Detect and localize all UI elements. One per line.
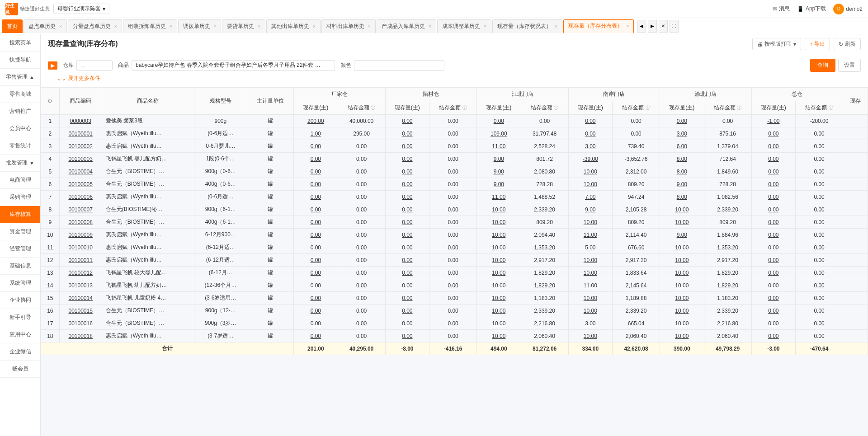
table-wrapper[interactable]: ⚙ 商品编码 商品名称 规格型号 主计量单位 厂家仓 陌村仓 江北门店 南岸门店… (41, 87, 868, 355)
row-c2-qty[interactable]: 0.00 (385, 305, 429, 317)
row-c4-qty[interactable]: 9.00 (568, 203, 613, 216)
row-code[interactable]: 00100015 (59, 305, 102, 317)
row-c5-qty[interactable]: 10.00 (660, 254, 704, 267)
row-c4-qty[interactable]: 10.00 (568, 330, 613, 342)
row-c4-qty[interactable]: 10.00 (568, 254, 613, 267)
row-c3-qty[interactable]: 9.00 (477, 153, 521, 165)
row-c5-qty[interactable]: 0.00 (660, 115, 704, 127)
tab-cost-adj[interactable]: 成本调整单历史 × (437, 19, 491, 33)
row-c1-qty[interactable]: 0.00 (294, 292, 338, 305)
row-c2-qty[interactable]: 0.00 (385, 140, 429, 153)
tab-close-icon[interactable]: × (258, 24, 260, 29)
row-c3-qty[interactable]: 9.00 (477, 165, 521, 178)
row-c1-qty[interactable]: 200.00 (294, 115, 338, 127)
tab-prev-btn[interactable]: ◀ (637, 20, 646, 33)
sidebar-item-purchase[interactable]: 采购管理 (0, 189, 40, 206)
row-c3-qty[interactable]: 10.00 (477, 203, 521, 216)
tab-other-out[interactable]: 其他出库单历史 × (266, 19, 321, 33)
row-code[interactable]: 00100016 (59, 317, 102, 330)
row-t-qty[interactable]: 0.00 (751, 267, 796, 279)
row-code[interactable]: 00100013 (59, 279, 102, 292)
row-c5-qty[interactable]: 10.00 (660, 292, 704, 305)
row-c5-qty[interactable]: 10.00 (660, 317, 704, 330)
color-input[interactable] (354, 60, 444, 71)
tab-close-icon[interactable]: × (313, 24, 316, 29)
row-c1-qty[interactable]: 0.00 (294, 140, 338, 153)
row-c1-qty[interactable]: 0.00 (294, 216, 338, 229)
row-c1-qty[interactable]: 0.00 (294, 305, 338, 317)
row-c1-qty[interactable]: 0.00 (294, 279, 338, 292)
print-button[interactable]: 🖨 按模版打印 ▾ (752, 38, 801, 50)
refresh-button[interactable]: ↻ 刷新 (834, 38, 861, 50)
sidebar-item-wholesale[interactable]: 批发管理 ▼ (0, 155, 40, 172)
row-t-qty[interactable]: 0.00 (751, 229, 796, 241)
row-c1-qty[interactable]: 0.00 (294, 241, 338, 254)
tab-product-in[interactable]: 产成品入库单历史 × (377, 19, 436, 33)
tab-assembly[interactable]: 组装拆卸单历史 × (123, 19, 177, 33)
row-c2-qty[interactable]: 0.00 (385, 165, 429, 178)
tab-inventory-check[interactable]: 盘点单历史 × (24, 19, 67, 33)
row-code[interactable]: 00100012 (59, 267, 102, 279)
sidebar-item-vip[interactable]: 畅会员 (0, 361, 40, 378)
row-c2-qty[interactable]: 0.00 (385, 317, 429, 330)
row-c4-qty[interactable]: 10.00 (568, 178, 613, 191)
tab-stock-dist[interactable]: 现存量（库存分布表） × (563, 19, 634, 33)
row-c1-qty[interactable]: 1.00 (294, 127, 338, 140)
row-c4-qty[interactable]: 11.00 (568, 279, 613, 292)
tab-material-out[interactable]: 材料出库单历史 × (321, 19, 376, 33)
row-t-qty[interactable]: 0.00 (751, 330, 796, 342)
sidebar-item-ops[interactable]: 经营管理 (0, 240, 40, 258)
row-c3-qty[interactable]: 10.00 (477, 254, 521, 267)
row-t-qty[interactable]: 0.00 (751, 203, 796, 216)
row-c4-qty[interactable]: 3.00 (568, 140, 613, 153)
row-c1-qty[interactable]: 0.00 (294, 229, 338, 241)
row-code[interactable]: 00100007 (59, 203, 102, 216)
settings-button[interactable]: 设置 (838, 59, 861, 72)
row-t-qty[interactable]: -1.00 (751, 115, 796, 127)
row-c2-qty[interactable]: 0.00 (385, 292, 429, 305)
row-c1-qty[interactable]: 0.00 (294, 165, 338, 178)
row-c4-qty[interactable]: 5.00 (568, 241, 613, 254)
row-c4-qty[interactable]: -39.00 (568, 153, 613, 165)
row-c1-qty[interactable]: 0.00 (294, 254, 338, 267)
row-t-qty[interactable]: 0.00 (751, 317, 796, 330)
row-c5-qty[interactable]: 9.00 (660, 178, 704, 191)
message-link[interactable]: ✉ 消息 (773, 5, 790, 13)
tab-close-icon[interactable]: × (214, 24, 217, 29)
tab-close-icon[interactable]: × (484, 24, 486, 29)
row-t-qty[interactable]: 0.00 (751, 140, 796, 153)
row-t-qty[interactable]: 0.00 (751, 178, 796, 191)
query-button[interactable]: 查询 (810, 59, 835, 72)
row-c5-qty[interactable]: 10.00 (660, 267, 704, 279)
row-t-qty[interactable]: 0.00 (751, 279, 796, 292)
row-t-qty[interactable]: 0.00 (751, 165, 796, 178)
row-c1-qty[interactable]: 0.00 (294, 317, 338, 330)
row-code[interactable]: 00100005 (59, 178, 102, 191)
row-c4-qty[interactable]: 0.00 (568, 127, 613, 140)
sidebar-item-collab[interactable]: 企业协同 (0, 292, 40, 309)
row-t-qty[interactable]: 0.00 (751, 292, 796, 305)
row-c2-qty[interactable]: 0.00 (385, 191, 429, 203)
row-c5-qty[interactable]: 3.00 (660, 127, 704, 140)
sidebar-item-system[interactable]: 系统管理 (0, 275, 40, 292)
row-code[interactable]: 00100008 (59, 216, 102, 229)
row-code[interactable]: 0000003 (59, 115, 102, 127)
tab-close-icon[interactable]: × (170, 24, 172, 29)
row-code[interactable]: 00100001 (59, 127, 102, 140)
tab-close-icon[interactable]: × (626, 23, 629, 28)
row-c2-qty[interactable]: 0.00 (385, 153, 429, 165)
row-c4-qty[interactable]: 10.00 (568, 292, 613, 305)
row-c1-qty[interactable]: 0.00 (294, 191, 338, 203)
warehouse-input[interactable] (76, 60, 113, 71)
row-t-qty[interactable]: 0.00 (751, 191, 796, 203)
row-code[interactable]: 00100014 (59, 292, 102, 305)
settings-icon[interactable]: ⚙ (47, 98, 52, 104)
sidebar-item-retail[interactable]: 零售管理 ▲ (0, 69, 40, 86)
row-code[interactable]: 00100011 (59, 254, 102, 267)
tab-close-icon[interactable]: × (429, 24, 431, 29)
row-c5-qty[interactable]: 10.00 (660, 241, 704, 254)
row-c3-qty[interactable]: 10.00 (477, 292, 521, 305)
sidebar-item-member[interactable]: 会员中心 (0, 120, 40, 137)
sidebar-item-search[interactable]: 搜索英单 (0, 34, 40, 52)
row-c3-qty[interactable]: 9.00 (477, 178, 521, 191)
